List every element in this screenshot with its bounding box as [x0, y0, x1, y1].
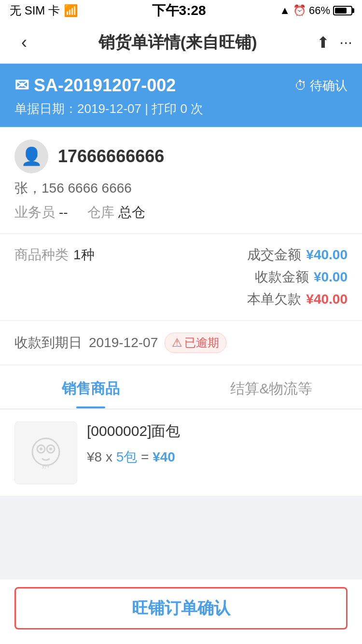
- tab-settlement-label: 结算&物流等: [230, 380, 312, 396]
- order-header: ✉ SA-20191207-002 ⏱ 待确认 单据日期：2019-12-07 …: [0, 64, 362, 127]
- order-id: ✉ SA-20191207-002: [14, 75, 176, 96]
- product-placeholder-icon: 野+: [27, 434, 65, 472]
- product-type-value: 1种: [73, 246, 95, 264]
- wifi-icon: 📶: [64, 4, 78, 17]
- carrier-text: 无 SIM 卡: [10, 3, 60, 18]
- customer-name: 张，156 6666 6666: [14, 179, 348, 197]
- product-type-item: 商品种类 1种: [14, 246, 95, 264]
- due-label: 本单欠款: [247, 290, 301, 308]
- order-date: 单据日期：2019-12-07 | 打印 0 次: [14, 100, 348, 117]
- status-left: 无 SIM 卡 📶: [10, 3, 78, 18]
- order-header-top: ✉ SA-20191207-002 ⏱ 待确认: [14, 75, 348, 96]
- deal-amount-label: 成交金额: [247, 246, 301, 264]
- battery-icon: [333, 6, 352, 15]
- customer-card: 👤 17666666666 张，156 6666 6666 业务员 -- 仓库 …: [0, 128, 362, 233]
- time-display: 下午3:28: [152, 1, 206, 20]
- status-bar: 无 SIM 卡 📶 下午3:28 ▲ ⏰ 66%: [0, 0, 362, 21]
- due-date-value: 2019-12-07: [89, 335, 158, 350]
- summary-card: 商品种类 1种 成交金额 ¥40.00 收款金额 ¥0.00 本单欠款 ¥40.…: [0, 234, 362, 320]
- svg-point-0: [32, 438, 59, 465]
- tab-settlement[interactable]: 结算&物流等: [181, 365, 362, 408]
- customer-info-row: 业务员 -- 仓库 总仓: [14, 203, 348, 222]
- summary-left: 商品种类 1种: [14, 246, 95, 264]
- alarm-icon: ⏰: [293, 4, 306, 17]
- nav-bar: ‹ 销货单详情(来自旺铺) ⬆ ···: [0, 21, 362, 64]
- avatar: 👤: [14, 140, 48, 173]
- warehouse-info: 仓库 总仓: [87, 203, 145, 222]
- received-label: 收款金额: [255, 268, 309, 286]
- page-title: 销货单详情(来自旺铺): [39, 31, 317, 54]
- sales-label: 业务员: [14, 203, 55, 222]
- product-price-row: ¥8 x 5包 = ¥40: [87, 448, 348, 466]
- svg-text:野+: 野+: [42, 464, 50, 469]
- bottom-bar: 旺铺订单确认: [0, 579, 362, 644]
- tabs-container: 销售商品 结算&物流等: [0, 365, 362, 409]
- quantity-value: 5包: [116, 449, 138, 464]
- warehouse-label: 仓库: [87, 203, 114, 222]
- order-id-text: SA-20191207-002: [34, 75, 176, 96]
- confirm-order-label: 旺铺订单确认: [132, 597, 230, 619]
- overdue-icon: ⚠: [172, 336, 182, 350]
- sales-info: 业务员 --: [14, 203, 68, 222]
- more-icon[interactable]: ···: [339, 33, 352, 51]
- warehouse-value: 总仓: [118, 203, 145, 222]
- battery-text: 66%: [309, 4, 330, 17]
- equals-sign: =: [141, 449, 149, 464]
- deal-amount-row: 成交金额 ¥40.00: [247, 246, 348, 264]
- location-icon: ▲: [279, 4, 290, 17]
- overdue-badge: ⚠ 已逾期: [165, 333, 226, 353]
- product-info: [0000002]面包 ¥8 x 5包 = ¥40: [87, 421, 348, 466]
- back-icon: ‹: [21, 32, 27, 53]
- overdue-text: 已逾期: [184, 335, 219, 350]
- received-amount-row: 收款金额 ¥0.00: [255, 268, 348, 286]
- share-icon[interactable]: ⬆: [317, 33, 330, 52]
- customer-top: 👤 17666666666: [14, 140, 348, 173]
- sales-value: --: [59, 205, 68, 220]
- due-date-label: 收款到期日: [14, 334, 82, 352]
- svg-point-3: [40, 448, 42, 450]
- product-type-label: 商品种类: [14, 246, 69, 264]
- product-card: 野+ [0000002]面包 ¥8 x 5包 = ¥40: [0, 410, 362, 496]
- back-button[interactable]: ‹: [10, 28, 39, 57]
- status-right: ▲ ⏰ 66%: [279, 4, 352, 17]
- confirm-order-button[interactable]: 旺铺订单确认: [14, 587, 348, 630]
- total-value: ¥40: [153, 449, 175, 464]
- price-prefix: ¥8 x: [87, 449, 112, 464]
- nav-right-actions: ⬆ ···: [317, 33, 352, 52]
- deal-amount-value: ¥40.00: [306, 247, 348, 263]
- due-date-card: 收款到期日 2019-12-07 ⚠ 已逾期: [0, 321, 362, 364]
- product-name: [0000002]面包: [87, 421, 348, 441]
- status-icon: ⏱: [294, 78, 307, 93]
- svg-point-4: [49, 448, 52, 450]
- tab-sales-label: 销售商品: [62, 380, 120, 396]
- summary-right: 成交金额 ¥40.00 收款金额 ¥0.00 本单欠款 ¥40.00: [247, 246, 348, 308]
- customer-phone: 17666666666: [58, 146, 164, 167]
- tab-sales[interactable]: 销售商品: [0, 365, 181, 408]
- order-id-icon: ✉: [14, 75, 29, 96]
- received-value: ¥0.00: [314, 269, 348, 285]
- status-text: 待确认: [310, 77, 348, 94]
- tabs: 销售商品 结算&物流等: [0, 365, 362, 409]
- due-value: ¥40.00: [306, 292, 348, 307]
- order-status: ⏱ 待确认: [294, 77, 348, 94]
- product-image: 野+: [14, 421, 77, 484]
- due-amount-row: 本单欠款 ¥40.00: [247, 290, 348, 308]
